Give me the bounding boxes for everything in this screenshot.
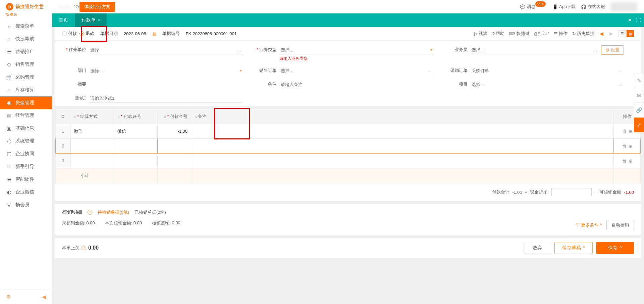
dock-expand-icon[interactable]: ⤢ [634,118,644,132]
sidebar-item-1[interactable]: ⌂快捷导航 [0,33,52,45]
doc-date-value[interactable]: 2023-06-06 [124,31,146,36]
dock-note-icon[interactable]: ✎ [634,73,644,88]
more-conditions-link[interactable]: ▽ 更多条件 ^ [576,222,602,228]
account-cell[interactable]: 微信 [114,124,158,139]
salesman-input[interactable] [470,45,591,54]
tab-payment[interactable]: 付款单 × [75,13,107,27]
app-download-link[interactable]: 📱 App下载 [552,4,576,10]
radio-pay[interactable]: 付款 [62,31,77,37]
done-tab[interactable]: 已核销单据(0笔) [135,209,166,215]
sidebar-item-7[interactable]: ▤经营管理 [0,109,52,122]
test1-input[interactable] [89,94,243,102]
settings-button[interactable]: ⚙设置 [601,45,624,55]
remark-cell[interactable] [191,154,614,168]
gear-header[interactable]: ⚙ [56,109,70,124]
more-icon[interactable]: … [426,68,433,73]
info-icon[interactable]: ? [88,210,92,215]
collapse-icon[interactable]: ◀ [42,294,46,300]
more-icon[interactable]: … [617,82,624,87]
shortcut-link[interactable]: ⌨快捷键 [509,31,530,37]
save-button[interactable]: 保存^ [596,242,634,254]
sidebar-item-13[interactable]: ◐企业微信 [0,186,52,199]
amount-cell[interactable] [158,139,191,154]
gear-icon[interactable]: ⚙ [75,4,79,9]
view-card-button[interactable]: ▦ [627,30,634,37]
remark-input[interactable] [279,80,433,89]
radio-refund[interactable]: 退款 [79,31,94,37]
summary-input[interactable] [89,80,243,89]
close-icon[interactable]: × [98,18,100,23]
close-all-icon[interactable]: ✕ [628,17,632,23]
sales-order-input[interactable] [279,66,426,75]
sidebar-item-2[interactable]: ☰营销推广 [0,45,52,58]
add-row-icon[interactable]: ⊕ [629,143,633,149]
amount-cell[interactable] [158,154,191,168]
remark-cell[interactable] [191,139,614,154]
partner-input[interactable] [89,45,235,54]
amount-cell[interactable]: -1.00 [158,124,191,139]
add-row-icon[interactable]: ⊕ [629,158,633,164]
delete-icon[interactable]: 🗑 [622,129,627,134]
info-icon[interactable]: ? [82,246,86,250]
save-draft-button[interactable]: 保存草稿^ [554,242,593,254]
fullscreen-icon[interactable]: ⛶ [636,17,641,23]
table-row[interactable]: 2🗑⊕ [56,139,641,154]
method-cell[interactable] [70,154,114,168]
remark-header[interactable]: ⇅备注 [191,109,614,124]
sidebar-item-14[interactable]: V畅会员 [0,199,52,211]
add-row-icon[interactable]: ⊕ [629,129,633,134]
org-selector-blur[interactable]: ——— [55,3,74,11]
method-header[interactable]: ⇅* 结算方式 [70,109,114,124]
help-link[interactable]: ?帮助 [492,31,504,37]
sidebar-item-10[interactable]: ▢企业协同 [0,147,52,160]
project-input[interactable] [470,80,617,89]
cash-discount-input[interactable] [551,188,592,196]
delete-icon[interactable]: 🗑 [622,158,627,164]
sidebar-item-11[interactable]: ☞新手引导 [0,160,52,173]
more-icon[interactable]: … [617,68,624,73]
messages-link[interactable]: 💬 消息 99+ [520,4,547,10]
account-header[interactable]: ⇅* 付款账号 [114,109,158,124]
amount-header[interactable]: ⇅* 付款金额 [158,109,191,124]
sidebar-item-0[interactable]: ⌕搜索菜单 [0,20,52,33]
next-doc-icon[interactable]: ▶ [609,31,614,36]
method-cell[interactable] [70,139,114,154]
method-cell[interactable]: 微信 [70,124,114,139]
pending-tab[interactable]: 待核销单据(0笔) [98,209,129,215]
sidebar-item-4[interactable]: 🛒采购管理 [0,71,52,84]
cancel-button[interactable]: 放弃 [524,242,551,254]
sidebar-item-8[interactable]: ▣基础信息 [0,122,52,135]
calendar-icon[interactable]: ▦ [152,31,156,36]
chevron-down-icon[interactable]: ▼ [430,48,433,52]
sidebar-item-5[interactable]: ⌂库存核算 [0,84,52,96]
dock-attach-icon[interactable]: 🔗 [634,103,644,118]
tab-home[interactable]: 首页 [52,13,75,27]
history-link[interactable]: ↻历史单据 [572,31,594,37]
settings-gear-icon[interactable]: ⚙ [6,294,11,300]
sidebar-item-3[interactable]: ◇销售管理 [0,58,52,71]
more-icon[interactable]: … [591,47,598,52]
biz-type-input[interactable] [279,45,429,54]
dept-input[interactable] [89,66,239,75]
dock-inbox-icon[interactable]: ✉ [634,88,644,103]
sidebar-item-12[interactable]: ⊕智能硬件 [0,173,52,186]
remark-cell[interactable] [191,124,614,139]
account-cell[interactable] [114,154,158,168]
chevron-down-icon[interactable]: ▼ [239,69,243,73]
sidebar-item-9[interactable]: ◌系统管理 [0,135,52,147]
purchase-order-input[interactable] [470,66,617,75]
delete-icon[interactable]: 🗑 [622,143,627,149]
view-list-button[interactable]: ☰ [619,30,626,37]
more-icon[interactable]: … [235,47,243,52]
sidebar-item-6[interactable]: ◉资金管理 [0,96,52,109]
table-row[interactable]: 1微信微信-1.00🗑⊕ [56,124,641,139]
video-link[interactable]: ▷视频 [474,31,487,37]
account-cell[interactable] [114,139,158,154]
table-row[interactable]: 3🗑⊕ [56,154,641,168]
auto-writeoff-button[interactable]: 自动核销 [606,220,634,230]
online-service-link[interactable]: 🎧 在线客服 [581,4,605,10]
ops-link[interactable]: ☰操作 [554,31,568,37]
prev-doc-icon[interactable]: ◀ [599,31,604,36]
user-avatar[interactable] [610,2,637,11]
print-link[interactable]: ⎙打印 ˇ [534,31,549,37]
